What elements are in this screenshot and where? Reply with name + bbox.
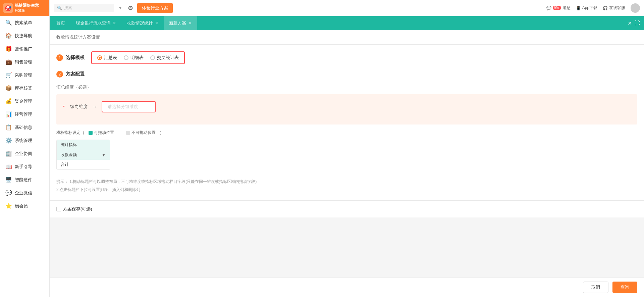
radio-detail[interactable]: 明细表 xyxy=(124,55,144,61)
sidebar-item-operations[interactable]: 📊 经营管理 xyxy=(0,108,49,121)
tab-cashflow[interactable]: 现金银行流水查询 ✕ xyxy=(70,16,121,30)
close-window-icon[interactable]: ✕ xyxy=(628,20,632,27)
tab-close-icon[interactable]: ✕ xyxy=(189,21,192,26)
sidebar-item-label: 畅会员 xyxy=(15,203,28,209)
inventory-icon: 📦 xyxy=(5,85,12,91)
purchase-icon: 🛒 xyxy=(5,72,12,78)
legend-drag: 可拖动位置 xyxy=(89,130,114,136)
wechat-icon: 💬 xyxy=(5,190,12,196)
finance-icon: 💰 xyxy=(5,98,12,104)
sidebar-item-purchase[interactable]: 🛒 采购管理 xyxy=(0,68,49,82)
user-avatar[interactable] xyxy=(631,3,640,13)
indicator-col-label: 收款金额 xyxy=(61,152,77,158)
app-download-action[interactable]: 📱 App下载 xyxy=(576,5,597,11)
radio-crosstab[interactable]: 交叉统计表 xyxy=(150,55,179,61)
footer-bar: 取消 查询 xyxy=(50,277,644,297)
drag-legend-box xyxy=(89,131,93,135)
dimension-area: * 纵向维度 → 请选择分组维度 xyxy=(56,94,637,125)
sidebar-item-marketing[interactable]: 🎁 营销推广 xyxy=(0,42,49,55)
legend-close-paren: ） xyxy=(160,130,164,136)
template-select-box: 汇总表 明细表 交叉统计表 xyxy=(91,51,185,64)
system-icon: ⚙️ xyxy=(5,137,12,144)
search-placeholder: 搜索 xyxy=(64,5,72,11)
main-area: 🔍 搜索 ▼ ⚙ 体验行业方案 💬 99+ 消息 📱 App下载 🎧 在线客服 xyxy=(50,0,644,297)
sidebar-item-inventory[interactable]: 📦 库存核算 xyxy=(0,82,49,95)
sidebar-item-membership[interactable]: ⭐ 畅会员 xyxy=(0,199,49,212)
nodrag-legend-label: 不可拖动位置 xyxy=(131,130,156,136)
basic-info-icon: 📋 xyxy=(5,124,12,131)
sidebar-item-guide[interactable]: 📖 新手引导 xyxy=(0,160,49,173)
indicator-col-cell[interactable]: 收款金额 ▼ xyxy=(57,150,110,160)
home-icon: 🏠 xyxy=(5,33,12,39)
tab-label: 新建方案 xyxy=(169,20,186,26)
notification-action[interactable]: 💬 99+ 消息 xyxy=(546,5,571,11)
save-checkbox[interactable]: 方案保存(可选) xyxy=(56,206,92,212)
tab-close-icon[interactable]: ✕ xyxy=(113,21,116,26)
sidebar-item-finance[interactable]: 💰 资金管理 xyxy=(0,95,49,108)
tab-label: 现金银行流水查询 xyxy=(76,20,111,26)
step1-title: 选择模板 xyxy=(66,55,85,61)
tab-new-plan[interactable]: 新建方案 ✕ xyxy=(164,16,197,30)
step2-badge: 2 xyxy=(56,71,63,78)
gear-icon[interactable]: ⚙ xyxy=(128,4,133,12)
topbar-actions: 💬 99+ 消息 📱 App下载 🎧 在线客服 xyxy=(546,3,640,13)
enterprise-icon: 🏢 xyxy=(5,150,12,157)
sidebar: 🎯 畅捷通好生意 标准版 🔍 搜索菜单 🏠 快捷导航 🎁 营销推广 💼 销售管理… xyxy=(0,0,50,297)
support-icon: 🎧 xyxy=(603,6,608,10)
radio-label-detail: 明细表 xyxy=(130,55,144,61)
search-box[interactable]: 🔍 搜索 xyxy=(54,4,114,12)
dimension-select[interactable]: 请选择分组维度 xyxy=(102,101,156,112)
support-action[interactable]: 🎧 在线客服 xyxy=(603,5,625,11)
sidebar-item-basic-info[interactable]: 📋 基础信息 xyxy=(0,121,49,134)
sidebar-item-label: 快捷导航 xyxy=(15,33,32,39)
save-checkbox-label: 方案保存(可选) xyxy=(63,206,92,212)
radio-summary[interactable]: 汇总表 xyxy=(97,55,117,61)
sidebar-item-wechat[interactable]: 💬 企业微信 xyxy=(0,186,49,199)
required-star: * xyxy=(63,104,65,109)
step2-title: 方案配置 xyxy=(66,71,85,77)
topbar: 🔍 搜索 ▼ ⚙ 体验行业方案 💬 99+ 消息 📱 App下载 🎧 在线客服 xyxy=(50,0,644,16)
dimension-section-label: 汇总维度（必选） xyxy=(56,84,637,90)
notification-label: 消息 xyxy=(562,5,571,11)
sidebar-item-label: 系统管理 xyxy=(15,138,32,144)
step1-row: 1 选择模板 汇总表 明细表 交叉统计表 xyxy=(56,51,637,64)
dimension-row: * 纵向维度 → 请选择分组维度 xyxy=(63,101,631,112)
chevron-down-icon[interactable]: ▼ xyxy=(118,5,122,10)
radio-dot-summary xyxy=(97,55,102,60)
download-label: App下载 xyxy=(582,5,597,11)
drag-legend-label: 可拖动位置 xyxy=(94,130,114,136)
sales-icon: 💼 xyxy=(5,59,12,65)
sidebar-item-hardware[interactable]: 🖥️ 智能硬件 xyxy=(0,173,49,186)
sidebar-item-quick-nav[interactable]: 🏠 快捷导航 xyxy=(0,29,49,42)
download-icon: 📱 xyxy=(576,6,581,10)
query-button[interactable]: 查询 xyxy=(612,282,637,293)
sidebar-item-enterprise[interactable]: 🏢 企业协同 xyxy=(0,147,49,160)
page-header: 收款情况统计方案设置 xyxy=(50,30,644,45)
legend-separator xyxy=(118,130,122,136)
marketing-icon: 🎁 xyxy=(5,46,12,52)
indicator-title: 模板指标设定（ xyxy=(56,130,85,136)
industry-button[interactable]: 体验行业方案 xyxy=(137,3,173,13)
tabs-right-actions: ✕ ⛶ xyxy=(628,20,643,27)
sidebar-item-label: 库存核算 xyxy=(15,85,32,91)
tab-label: 首页 xyxy=(56,20,65,26)
tab-close-icon[interactable]: ✕ xyxy=(155,21,158,26)
sidebar-item-search-menu[interactable]: 🔍 搜索菜单 xyxy=(0,16,49,29)
indicator-table-header: 统计指标 xyxy=(57,140,110,150)
hardware-icon: 🖥️ xyxy=(5,177,12,183)
radio-label-summary: 汇总表 xyxy=(104,55,117,61)
maximize-icon[interactable]: ⛶ xyxy=(635,20,640,26)
form-area: 1 选择模板 汇总表 明细表 交叉统计表 xyxy=(50,45,644,200)
sidebar-item-label: 经营管理 xyxy=(15,111,32,117)
logo-icon: 🎯 xyxy=(3,3,13,13)
sidebar-item-label: 企业微信 xyxy=(15,190,32,196)
sidebar-item-system[interactable]: ⚙️ 系统管理 xyxy=(0,134,49,147)
search-icon: 🔍 xyxy=(57,6,62,10)
membership-icon: ⭐ xyxy=(5,203,12,209)
vertical-dim-label: 纵向维度 xyxy=(70,104,88,110)
tab-collection-stats[interactable]: 收款情况统计 ✕ xyxy=(121,16,164,30)
dropdown-arrow-icon: ▼ xyxy=(102,153,106,157)
cancel-button[interactable]: 取消 xyxy=(583,282,608,293)
sidebar-item-sales[interactable]: 💼 销售管理 xyxy=(0,55,49,68)
tab-home[interactable]: 首页 xyxy=(51,16,70,30)
